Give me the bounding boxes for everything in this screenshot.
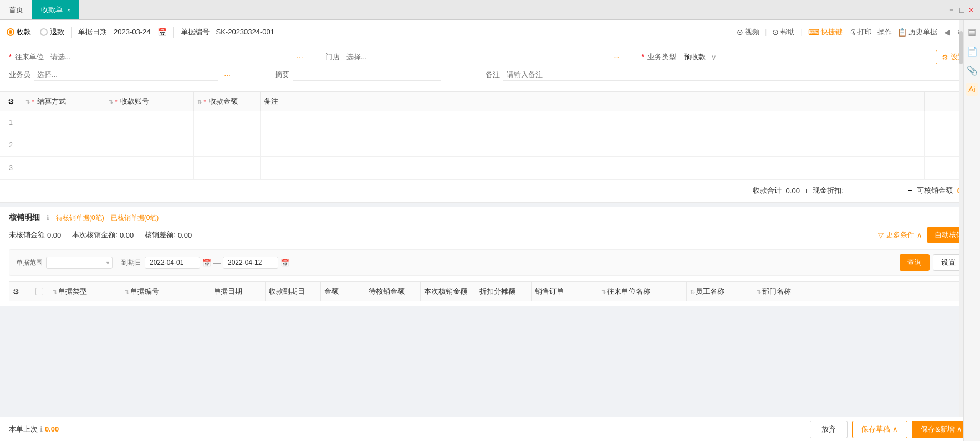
row-1-remark[interactable] [261, 111, 925, 134]
remark-label: 备注 [486, 70, 500, 80]
radio-refund[interactable]: 退款 [40, 27, 64, 37]
row-1-amount[interactable] [194, 111, 261, 134]
bth-amount: 金额 [321, 282, 365, 301]
maximize-btn[interactable]: □ [959, 6, 964, 14]
business-type-dropdown[interactable]: ∨ [711, 53, 717, 61]
print-btn[interactable]: 🖨 打印 [848, 27, 872, 37]
diff-label: 核销差额: [145, 230, 176, 240]
date-to-input[interactable] [223, 257, 278, 269]
save-new-label: 保存&新增 [921, 424, 955, 434]
history-btn[interactable]: 📋 历史单据 [897, 27, 937, 37]
row-2-method[interactable] [22, 134, 105, 156]
business-type-field: * 业务类型 预收款 ∨ [641, 52, 936, 62]
row-1-num: 1 [0, 111, 22, 134]
discount-input[interactable] [848, 185, 904, 196]
more-conditions-btn[interactable]: ▽ 更多条件 ∧ [878, 230, 922, 240]
table-panel-icon[interactable]: ▤ [966, 24, 978, 39]
stat-actions: ▽ 更多条件 ∧ 自动核销 [878, 227, 971, 243]
table-row: 3 🗑 ⧉ [0, 157, 980, 180]
writeoff-info-icon[interactable]: ℹ [47, 214, 49, 222]
doc-panel-icon[interactable]: 📄 [964, 44, 980, 59]
diff-value: 0.00 [178, 231, 192, 239]
bth-dept: ⇅ 部门名称 [753, 282, 820, 301]
scroll-thumb[interactable] [959, 31, 963, 64]
bth-settings[interactable]: ⚙ [9, 283, 29, 300]
receipt-type-group: 收款 退款 [7, 27, 64, 37]
select-all-checkbox[interactable] [35, 288, 43, 295]
form-row-1: * 往来单位 ··· 门店 ··· * 业务类型 预收款 ∨ ⚙ 设置 [9, 50, 971, 64]
th-account: ⇅ * 收款账号 [105, 92, 194, 111]
tab-close-icon[interactable]: × [67, 7, 70, 13]
bth-counterpart: ⇅ 往来单位名称 [598, 282, 687, 301]
tab-home[interactable]: 首页 [0, 0, 32, 19]
footer-value: 0.00 [45, 425, 59, 433]
calendar-icon[interactable]: 📅 [157, 28, 167, 37]
clip-panel-icon[interactable]: 📎 [964, 63, 980, 78]
plus-sign: + [804, 187, 809, 195]
due-date-label: 到期日 [121, 258, 141, 268]
scroll-track[interactable] [959, 20, 963, 417]
bth-date: 单据日期 [210, 282, 266, 301]
range-select[interactable] [46, 257, 113, 269]
done-tab-link[interactable]: 已核销单据(0笔) [111, 213, 159, 223]
radio-receipt-circle [7, 28, 14, 36]
date-from-input[interactable] [145, 257, 200, 269]
tab-active[interactable]: 收款单 × [32, 0, 79, 19]
remark-field: 备注 [486, 69, 971, 81]
pending-tab-link[interactable]: 待核销单据(0笔) [56, 213, 104, 223]
salesperson-input[interactable] [34, 69, 218, 81]
counterpart-input[interactable] [47, 51, 291, 63]
shop-input[interactable] [343, 51, 608, 63]
operation-btn[interactable]: 操作 [877, 27, 892, 37]
cal-from-icon[interactable]: 📅 [202, 259, 211, 267]
minimize-btn[interactable]: － [947, 5, 955, 15]
summary-field: 摘要 [275, 69, 441, 81]
row-1-account[interactable] [105, 111, 194, 134]
radio-receipt[interactable]: 收款 [7, 27, 31, 37]
expand-panel-icon[interactable]: Ai [966, 83, 977, 96]
cal-to-icon[interactable]: 📅 [280, 259, 289, 267]
more-conditions-label: 更多条件 [886, 230, 915, 240]
total-value: 0.00 [786, 187, 800, 195]
history-icon: 📋 [897, 28, 907, 37]
query-btn[interactable]: 查询 [900, 254, 930, 271]
row-2-amount[interactable] [194, 134, 261, 156]
operation-label: 操作 [877, 27, 892, 37]
radio-receipt-label: 收款 [17, 27, 31, 37]
help-btn[interactable]: ⊙ 帮助 [772, 27, 795, 37]
number-value: SK-20230324-001 [216, 28, 275, 36]
bth-current: 本次核销金额 [421, 282, 476, 301]
row-2-remark[interactable] [261, 134, 925, 156]
prev-arrow[interactable]: ◀ [943, 27, 951, 38]
shop-more-btn[interactable]: ··· [613, 53, 620, 61]
bth-type: ⇅ 单据类型 [49, 282, 121, 301]
row-3-account[interactable] [105, 157, 194, 179]
th-remark: 备注 [261, 92, 925, 111]
close-btn[interactable]: × [969, 6, 973, 14]
available-label: 可核销金额 [917, 186, 953, 196]
nav-arrows: ◀ [943, 27, 951, 38]
save-new-btn[interactable]: 保存&新增 ∧ [912, 421, 971, 438]
radio-refund-circle [40, 28, 48, 36]
row-1-method[interactable] [22, 111, 105, 134]
video-btn[interactable]: ⊙ 视频 [737, 27, 759, 37]
table-settings-icon[interactable]: ⚙ [0, 92, 22, 111]
salesperson-more-btn[interactable]: ··· [224, 70, 231, 79]
footer-info-icon[interactable]: ℹ [40, 425, 43, 433]
form-area: * 往来单位 ··· 门店 ··· * 业务类型 预收款 ∨ ⚙ 设置 [0, 44, 980, 91]
save-new-chevron: ∧ [957, 425, 962, 433]
filter-icon: ▽ [878, 231, 884, 239]
diff-stat: 核销差额: 0.00 [145, 230, 192, 240]
abandon-btn[interactable]: 放弃 [810, 421, 848, 438]
row-3-amount[interactable] [194, 157, 261, 179]
counterpart-more-btn[interactable]: ··· [297, 53, 303, 61]
row-3-remark[interactable] [261, 157, 925, 179]
remark-input[interactable] [503, 69, 971, 81]
row-2-account[interactable] [105, 134, 194, 156]
shortcut-btn[interactable]: ⌨ 快捷键 [808, 27, 843, 37]
row-3-method[interactable] [22, 157, 105, 179]
history-label: 历史单据 [908, 27, 937, 37]
summary-input[interactable] [293, 69, 441, 81]
save-draft-btn[interactable]: 保存草稿 ∧ [852, 421, 907, 438]
writeoff-title-row: 核销明细 ℹ 待核销单据(0笔) 已核销单据(0笔) [9, 213, 971, 223]
